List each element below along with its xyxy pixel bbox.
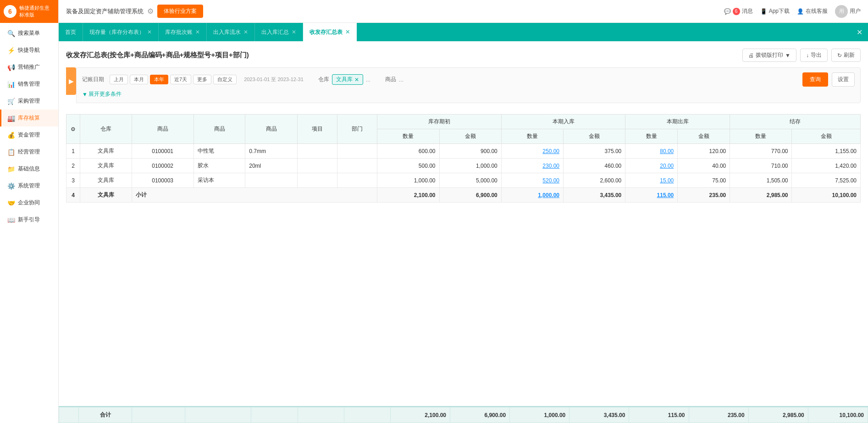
page-header: 收发存汇总表(按仓库+商品编码+商品+规格型号+项目+部门) 🖨 拨锁版打印 ▼… bbox=[66, 49, 861, 62]
date-btn-更多[interactable]: 更多 bbox=[193, 75, 211, 84]
sidebar-item-inventory[interactable]: 🏭库存核算 bbox=[0, 110, 58, 126]
footer-in-qty: 1,000.00 bbox=[510, 407, 569, 423]
query-button[interactable]: 查询 bbox=[802, 72, 828, 87]
out-qty-link[interactable]: 20.00 bbox=[660, 163, 674, 169]
row-in-amt: 460.00 bbox=[564, 159, 625, 173]
tabbar: 首页现存量（库存分布表） ✕库存批次账 ✕出入库流水 ✕出入库汇总 ✕收发存汇总… bbox=[59, 23, 868, 41]
sidebar-item-search[interactable]: 🔍搜索菜单 bbox=[0, 25, 58, 42]
date-btn-近7天[interactable]: 近7天 bbox=[170, 75, 191, 84]
export-button[interactable]: ↓ 导出 bbox=[800, 49, 828, 62]
message-item[interactable]: 💬 6 消息 bbox=[724, 7, 753, 15]
in-qty-link[interactable]: 520.00 bbox=[542, 177, 559, 184]
table-settings-icon[interactable]: ⚙ bbox=[66, 115, 80, 144]
page-title: 收发存汇总表(按仓库+商品编码+商品+规格型号+项目+部门) bbox=[66, 51, 249, 60]
sidebar-item-quick[interactable]: ⚡快捷导航 bbox=[0, 42, 58, 59]
warehouse-more[interactable]: ... bbox=[366, 77, 370, 83]
tab-close-icon[interactable]: ✕ bbox=[243, 29, 248, 35]
row-in-qty: 230.00 bbox=[501, 159, 563, 173]
base-icon: 📁 bbox=[7, 165, 15, 173]
app-download-item[interactable]: 📱 App下载 bbox=[760, 7, 790, 15]
subtotal-row: 4 文具库 小计 2,100.00 6,900.00 1,000.00 3,43… bbox=[66, 188, 861, 203]
sidebar-item-purchase[interactable]: 🛒采购管理 bbox=[0, 93, 58, 110]
system-icon: ⚙️ bbox=[7, 182, 15, 190]
topbar-right: 💬 6 消息 📱 App下载 👤 在线客服 用 用户 bbox=[724, 5, 861, 18]
col-in-amt: 金额 bbox=[564, 129, 625, 144]
col-out-amt: 金额 bbox=[678, 129, 730, 144]
tab-close-icon[interactable]: ✕ bbox=[345, 29, 350, 35]
tab-recv_summary[interactable]: 收发存汇总表 ✕ bbox=[303, 23, 357, 41]
sidebar-item-label: 基础信息 bbox=[18, 165, 40, 173]
row-dept bbox=[337, 144, 377, 159]
tab-inout_summary[interactable]: 出入库汇总 ✕ bbox=[255, 23, 303, 41]
date-btn-自定义[interactable]: 自定义 bbox=[213, 75, 237, 84]
trial-button[interactable]: 体验行业方案 bbox=[157, 5, 203, 18]
date-btn-本年[interactable]: 本年 bbox=[150, 75, 168, 84]
subtotal-out-qty-link[interactable]: 115.00 bbox=[657, 192, 674, 198]
print-label: 拨锁版打印 bbox=[756, 51, 783, 59]
sidebar-item-guide[interactable]: 📖新手引导 bbox=[0, 211, 58, 228]
row-out-qty: 20.00 bbox=[625, 159, 678, 173]
row-no: 1 bbox=[66, 144, 80, 159]
row-in-qty: 520.00 bbox=[501, 173, 563, 188]
print-button[interactable]: 🖨 拨锁版打印 ▼ bbox=[742, 49, 796, 62]
col-start-qty: 数量 bbox=[377, 129, 439, 144]
tab-home[interactable]: 首页 bbox=[59, 23, 83, 41]
out-qty-link[interactable]: 15.00 bbox=[660, 177, 674, 184]
row-warehouse: 文具库 bbox=[80, 144, 132, 159]
setting-button[interactable]: 设置 bbox=[832, 72, 855, 87]
inventory-icon: 🏭 bbox=[7, 115, 15, 122]
goods-label: 商品 bbox=[385, 76, 396, 83]
filter-row: 记账日期 上月本月本年近7天更多自定义 2023-01-01 至 2023-12… bbox=[82, 72, 855, 87]
sidebar-nav: 🔍搜索菜单⚡快捷导航📢营销推广📊销售管理🛒采购管理🏭库存核算💰资金管理📋经营管理… bbox=[0, 23, 58, 423]
sidebar-item-enterprise[interactable]: 🤝企业协同 bbox=[0, 194, 58, 211]
tab-batch[interactable]: 库存批次账 ✕ bbox=[159, 23, 207, 41]
sidebar-item-sales[interactable]: 📊销售管理 bbox=[0, 76, 58, 93]
col-name: 商品 bbox=[194, 115, 245, 144]
date-btn-上月[interactable]: 上月 bbox=[110, 75, 128, 84]
online-service-label: 在线客服 bbox=[806, 7, 828, 15]
message-icon: 💬 bbox=[724, 8, 731, 15]
sidebar-item-marketing[interactable]: 📢营销推广 bbox=[0, 59, 58, 76]
row-name: 中性笔 bbox=[194, 144, 245, 159]
sidebar-item-finance[interactable]: 💰资金管理 bbox=[0, 126, 58, 143]
user-item[interactable]: 用 用户 bbox=[835, 5, 861, 18]
expand-filter-btn[interactable]: ▼ 展开更多条件 bbox=[82, 90, 855, 98]
sidebar-item-label: 销售管理 bbox=[18, 80, 40, 88]
sidebar-item-operation[interactable]: 📋经营管理 bbox=[0, 143, 58, 160]
online-service-item[interactable]: 👤 在线客服 bbox=[797, 7, 828, 15]
goods-more[interactable]: ... bbox=[399, 77, 404, 83]
date-btn-本月[interactable]: 本月 bbox=[130, 75, 148, 84]
warehouse-remove-icon[interactable]: ✕ bbox=[354, 77, 359, 83]
subtotal-in-amt: 3,435.00 bbox=[564, 188, 625, 203]
sidebar-item-system[interactable]: ⚙️系统管理 bbox=[0, 177, 58, 194]
warehouse-filter: 仓库 文具库 ✕ ... bbox=[318, 74, 370, 85]
app-download-label: App下载 bbox=[769, 7, 790, 15]
row-balance-qty: 710.00 bbox=[730, 159, 792, 173]
row-project bbox=[298, 173, 337, 188]
tab-close-icon[interactable]: ✕ bbox=[147, 29, 152, 35]
subtotal-no: 4 bbox=[66, 188, 80, 203]
refresh-button[interactable]: ↻ 刷新 bbox=[831, 49, 861, 62]
tab-stock_dist[interactable]: 现存量（库存分布表） ✕ bbox=[83, 23, 159, 41]
sidebar-item-base[interactable]: 📁基础信息 bbox=[0, 160, 58, 177]
tab-close-icon[interactable]: ✕ bbox=[292, 29, 296, 35]
in-qty-link[interactable]: 230.00 bbox=[542, 163, 559, 169]
footer-empty-project bbox=[298, 407, 344, 423]
out-qty-link[interactable]: 80.00 bbox=[660, 148, 674, 154]
tab-close-icon[interactable]: ✕ bbox=[195, 29, 200, 35]
in-qty-link[interactable]: 250.00 bbox=[542, 148, 559, 154]
row-spec bbox=[245, 173, 298, 188]
filter-toggle-btn[interactable]: ▶ bbox=[66, 67, 76, 95]
subtotal-label: 小计 bbox=[132, 188, 377, 203]
close-all-tabs[interactable]: ✕ bbox=[851, 28, 868, 37]
subtotal-in-qty-link[interactable]: 1,000.00 bbox=[538, 192, 559, 198]
footer-total-label: 合计 bbox=[79, 407, 132, 423]
tab-inout_flow[interactable]: 出入库流水 ✕ bbox=[207, 23, 255, 41]
sidebar-item-label: 快捷导航 bbox=[18, 46, 40, 54]
page-inner: 收发存汇总表(按仓库+商品编码+商品+规格型号+项目+部门) 🖨 拨锁版打印 ▼… bbox=[59, 41, 868, 406]
footer-balance-qty: 2,985.00 bbox=[748, 407, 808, 423]
col-group-out: 本期出库 bbox=[625, 115, 730, 129]
sidebar: 6 畅捷通好生意 标准版 🔍搜索菜单⚡快捷导航📢营销推广📊销售管理🛒采购管理🏭库… bbox=[0, 0, 59, 423]
message-badge: 6 bbox=[733, 8, 740, 15]
gear-icon[interactable]: ⚙ bbox=[147, 7, 154, 16]
